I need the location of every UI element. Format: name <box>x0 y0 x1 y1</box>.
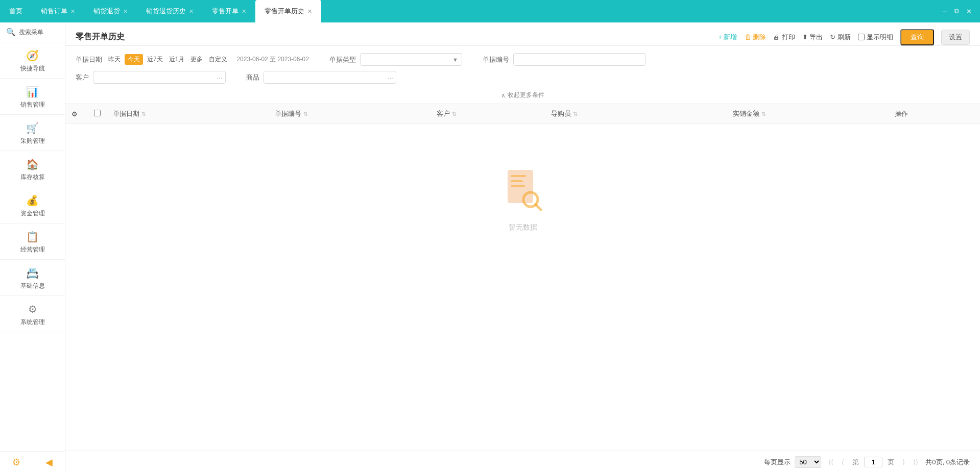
page-nav: ⟨⟨ ⟨ 第 页 ⟩ ⟩⟩ <box>825 457 921 468</box>
table-area: ⚙ 单据日期 ⇅ 单据编号 ⇅ <box>65 104 980 451</box>
product-label: 商品 <box>246 73 259 82</box>
customer-input[interactable] <box>93 71 226 84</box>
date-btn-custom[interactable]: 自定义 <box>207 54 229 65</box>
show-detail-label: 显示明细 <box>867 33 893 42</box>
collapse-button[interactable]: ∧ 收起更多条件 <box>76 89 970 99</box>
close-btn[interactable]: ✕ <box>966 8 972 15</box>
tab-retail-open-label: 零售开单 <box>212 7 238 16</box>
content-area: 零售开单历史 + 新增 🗑 删除 🖨 打印 ⬆ 导出 ↻ 刷新 显示明细 查询 … <box>65 22 980 473</box>
empty-state-cell: 暂无数据 <box>65 124 980 263</box>
sort-amount-icon: ⇅ <box>761 111 766 117</box>
sidebar-item-operation[interactable]: 📋 经营管理 <box>0 223 65 260</box>
customer-dots-icon[interactable]: ··· <box>217 73 223 82</box>
tab-retail-open-history[interactable]: 零售开单历史 ✕ <box>255 0 321 22</box>
tab-retail-open[interactable]: 零售开单 ✕ <box>203 0 255 22</box>
page-title: 零售开单历史 <box>76 32 125 42</box>
page-input[interactable] <box>864 457 882 467</box>
sidebar-settings-icon[interactable]: ⚙ <box>12 457 20 468</box>
tab-sales-return-history-close[interactable]: ✕ <box>189 8 194 15</box>
minimize-btn[interactable]: ─ <box>943 8 947 15</box>
col-no-label: 单据编号 <box>275 110 301 117</box>
col-amount[interactable]: 实销金额 ⇅ <box>727 104 889 124</box>
tab-sales-order-close[interactable]: ✕ <box>70 8 75 15</box>
col-date-label: 单据日期 <box>113 110 139 117</box>
customer-label: 客户 <box>76 73 89 82</box>
empty-state-row: 暂无数据 <box>65 124 980 263</box>
tab-sales-return-history-label: 销货退货历史 <box>146 7 186 16</box>
select-all-checkbox[interactable] <box>94 110 101 116</box>
sort-guide-icon: ⇅ <box>573 111 578 117</box>
refresh-button[interactable]: ↻ 刷新 <box>830 33 851 42</box>
sidebar-search[interactable]: 🔍 搜索采单 <box>0 22 65 42</box>
sidebar-collapse-icon[interactable]: ◀ <box>45 457 53 468</box>
settings-button[interactable]: 设置 <box>941 30 970 45</box>
tab-sales-order[interactable]: 销售订单 ✕ <box>32 0 84 22</box>
col-no[interactable]: 单据编号 ⇅ <box>269 104 431 124</box>
date-btn-today[interactable]: 今天 <box>125 54 143 65</box>
sidebar-item-purchase-mgmt[interactable]: 🛒 采购管理 <box>0 115 65 151</box>
tab-sales-return-label: 销货退货 <box>93 7 120 16</box>
tab-sales-return-history[interactable]: 销货退货历史 ✕ <box>137 0 203 22</box>
sidebar-item-quick-nav[interactable]: 🧭 快捷导航 <box>0 42 65 79</box>
date-range-display: 2023-06-02 至 2023-06-02 <box>236 55 308 64</box>
main-layout: 🔍 搜索采单 🧭 快捷导航 📊 销售管理 🛒 采购管理 🏠 库存核算 💰 资金管… <box>0 22 980 473</box>
col-customer[interactable]: 客户 ⇅ <box>431 104 545 124</box>
col-date[interactable]: 单据日期 ⇅ <box>107 104 269 124</box>
tab-sales-return[interactable]: 销货退货 ✕ <box>84 0 137 22</box>
sidebar-item-inventory[interactable]: 🏠 库存核算 <box>0 151 65 187</box>
tab-home[interactable]: 首页 <box>0 0 32 22</box>
total-label: 共0页, 0条记录 <box>925 458 970 467</box>
empty-state: 暂无数据 <box>65 124 980 263</box>
show-detail-checkbox[interactable]: 显示明细 <box>858 33 893 42</box>
tab-retail-open-history-close[interactable]: ✕ <box>307 8 312 15</box>
empty-text: 暂无数据 <box>509 223 537 232</box>
print-button[interactable]: 🖨 打印 <box>773 33 795 42</box>
per-page-select[interactable]: 50 10 20 100 <box>795 456 821 468</box>
sort-no-icon: ⇅ <box>303 111 308 117</box>
doc-type-select-wrap: ▼ <box>360 53 462 66</box>
date-btn-last1m[interactable]: 近1月 <box>167 54 187 65</box>
tab-retail-open-close[interactable]: ✕ <box>242 8 246 15</box>
query-button[interactable]: 查询 <box>900 29 934 45</box>
product-input[interactable] <box>264 71 396 84</box>
doc-no-input[interactable] <box>513 53 646 66</box>
add-button[interactable]: + 新增 <box>718 33 737 42</box>
show-detail-input[interactable] <box>858 34 865 40</box>
collapse-up-icon: ∧ <box>501 92 506 99</box>
collapse-label: 收起更多条件 <box>508 91 544 99</box>
col-empty <box>683 104 727 124</box>
sidebar-item-operation-label: 经营管理 <box>20 245 45 254</box>
page-next-btn[interactable]: ⟩ <box>899 457 908 467</box>
date-btn-last7[interactable]: 近7天 <box>145 54 165 65</box>
col-guide[interactable]: 导购员 ⇅ <box>545 104 683 124</box>
product-dots-icon[interactable]: ··· <box>387 73 393 82</box>
page-last-btn[interactable]: ⟩⟩ <box>910 457 921 467</box>
sidebar-item-system-mgmt[interactable]: ⚙ 系统管理 <box>0 296 65 332</box>
delete-button[interactable]: 🗑 删除 <box>745 33 767 42</box>
svg-rect-1 <box>511 175 526 177</box>
col-customer-label: 客户 <box>437 110 450 117</box>
tab-sales-return-close[interactable]: ✕ <box>123 8 128 15</box>
col-action-label: 操作 <box>895 110 908 117</box>
search-icon: 🔍 <box>6 28 16 37</box>
date-btn-more[interactable]: 更多 <box>188 54 205 65</box>
sidebar-item-sales-mgmt[interactable]: 📊 销售管理 <box>0 79 65 115</box>
sidebar-item-system-mgmt-label: 系统管理 <box>20 318 45 327</box>
page-prev-btn[interactable]: ⟨ <box>839 457 847 467</box>
doc-type-select[interactable] <box>360 53 462 66</box>
page-first-btn[interactable]: ⟨⟨ <box>825 457 836 467</box>
filter-row-1: 单据日期 昨天 今天 近7天 近1月 更多 自定义 2023-06-02 至 2… <box>76 53 970 66</box>
date-btn-yesterday[interactable]: 昨天 <box>106 54 123 65</box>
gear-icon[interactable]: ⚙ <box>71 110 78 118</box>
col-amount-label: 实销金额 <box>733 110 759 117</box>
tab-sales-order-label: 销售订单 <box>41 7 67 16</box>
restore-btn[interactable]: ⧉ <box>954 7 959 15</box>
date-btn-group: 昨天 今天 近7天 近1月 更多 自定义 <box>106 54 229 65</box>
tab-home-label: 首页 <box>9 7 22 16</box>
export-button[interactable]: ⬆ 导出 <box>802 33 823 42</box>
sidebar-item-basic-info[interactable]: 📇 基础信息 <box>0 260 65 296</box>
col-gear[interactable]: ⚙ <box>65 104 88 124</box>
sidebar-item-finance[interactable]: 💰 资金管理 <box>0 187 65 223</box>
page-label-suffix: 页 <box>885 457 897 468</box>
filter-row-2: 客户 ··· 商品 ··· <box>76 71 970 84</box>
